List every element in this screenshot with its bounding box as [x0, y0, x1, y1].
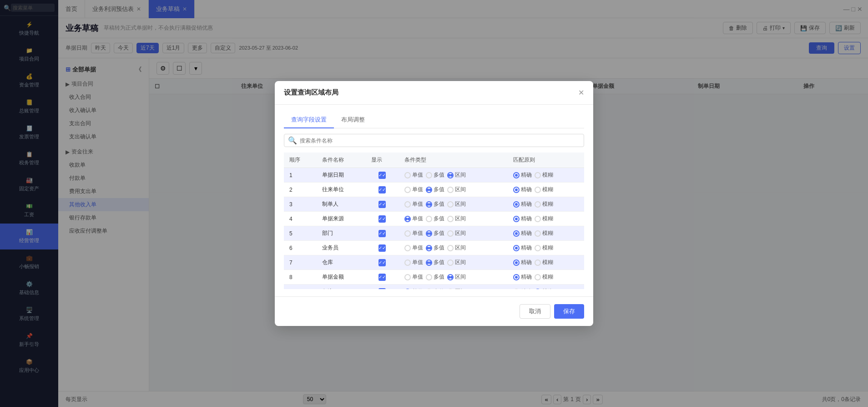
radio-fuzzy[interactable]: 模糊	[535, 171, 553, 179]
cell-show: ✓	[366, 241, 399, 255]
radio-multi[interactable]: 多值	[426, 259, 444, 266]
radio-multi[interactable]: 多值	[426, 273, 444, 281]
radio-single[interactable]: 单值	[404, 244, 423, 252]
radio-fuzzy[interactable]: 模糊	[535, 273, 553, 281]
cancel-button[interactable]: 取消	[520, 304, 550, 319]
table-row: 4单据来源✓ 单值 多值 区间	[284, 212, 584, 226]
table-row: 1单据日期✓ 单值 多值 区间	[284, 168, 584, 183]
radio-exact[interactable]: 精确	[513, 244, 532, 252]
cell-match: 精确 模糊	[508, 212, 584, 226]
table-row: 2往来单位✓ 单值 多值 区间	[284, 183, 584, 197]
radio-multi[interactable]: 多值	[426, 186, 444, 193]
cell-show: ✓	[366, 197, 399, 212]
radio-single[interactable]: 单值	[404, 171, 423, 179]
radio-exact[interactable]: 精确	[513, 171, 532, 179]
cell-show: ✓	[366, 270, 399, 285]
radio-range[interactable]: 区间	[447, 171, 466, 179]
settings-table-wrapper: 顺序 条件名称 显示 条件类型 匹配原则 1单据日期✓ 单值	[284, 153, 584, 289]
radio-fuzzy[interactable]: 模糊	[535, 186, 553, 193]
radio-multi[interactable]: 多值	[426, 200, 444, 208]
show-checkbox[interactable]: ✓	[378, 259, 386, 266]
radio-fuzzy[interactable]: 模糊	[535, 259, 553, 266]
cell-match: 精确 模糊	[508, 168, 584, 183]
radio-range[interactable]: 区间	[447, 288, 466, 289]
modal-header: 设置查询区域布局 ✕	[275, 81, 593, 105]
radio-multi[interactable]: 多值	[426, 229, 444, 237]
radio-range[interactable]: 区间	[447, 215, 466, 223]
table-row: 7仓库✓ 单值 多值 区间	[284, 255, 584, 270]
show-checkbox[interactable]: ✓	[378, 244, 386, 252]
radio-single[interactable]: 单值	[404, 215, 423, 223]
cell-match: 精确 模糊	[508, 270, 584, 285]
radio-range[interactable]: 区间	[447, 273, 466, 281]
radio-exact[interactable]: 精确	[513, 215, 532, 223]
cell-name: 仓库	[317, 255, 366, 270]
modal-search-icon: 🔍	[288, 136, 297, 145]
show-checkbox[interactable]: ✓	[378, 288, 386, 290]
radio-fuzzy[interactable]: 模糊	[535, 229, 553, 237]
show-checkbox[interactable]: ✓	[378, 172, 386, 179]
cell-name: 部门	[317, 226, 366, 241]
cell-order: 8	[284, 270, 317, 285]
cell-match: 精确 模糊	[508, 183, 584, 197]
th-name: 条件名称	[317, 153, 366, 168]
radio-multi[interactable]: 多值	[426, 215, 444, 223]
cell-order: 3	[284, 197, 317, 212]
radio-range[interactable]: 区间	[447, 259, 466, 266]
radio-multi[interactable]: 多值	[426, 171, 444, 179]
radio-range[interactable]: 区间	[447, 244, 466, 252]
modal-search-input[interactable]	[300, 137, 580, 144]
tab-layout-adjust[interactable]: 布局调整	[334, 112, 372, 128]
radio-range[interactable]: 区间	[447, 186, 466, 193]
cell-condition-type: 单值 多值 区间	[399, 285, 508, 290]
cell-order: 9	[284, 285, 317, 290]
radio-multi[interactable]: 多值	[426, 244, 444, 252]
show-checkbox[interactable]: ✓	[378, 274, 386, 281]
cell-show: ✓	[366, 226, 399, 241]
radio-exact[interactable]: 精确	[513, 200, 532, 208]
tab-query-fields[interactable]: 查询字段设置	[284, 112, 334, 128]
radio-single[interactable]: 单值	[404, 229, 423, 237]
th-match: 匹配原则	[508, 153, 584, 168]
modal-overlay[interactable]: 设置查询区域布局 ✕ 查询字段设置 布局调整 🔍 顺序 条件名称	[0, 0, 868, 407]
show-checkbox[interactable]: ✓	[378, 201, 386, 208]
radio-single[interactable]: 单值	[404, 288, 423, 289]
show-checkbox[interactable]: ✓	[378, 186, 386, 193]
modal-save-button[interactable]: 保存	[554, 304, 584, 319]
radio-exact[interactable]: 精确	[513, 186, 532, 193]
cell-order: 7	[284, 255, 317, 270]
cell-match: 精确 模糊	[508, 241, 584, 255]
th-condition-type: 条件类型	[399, 153, 508, 168]
cell-order: 4	[284, 212, 317, 226]
settings-table: 顺序 条件名称 显示 条件类型 匹配原则 1单据日期✓ 单值	[284, 153, 584, 289]
radio-single[interactable]: 单值	[404, 273, 423, 281]
radio-fuzzy[interactable]: 模糊	[535, 244, 553, 252]
cell-show: ✓	[366, 255, 399, 270]
show-checkbox[interactable]: ✓	[378, 215, 386, 223]
radio-fuzzy[interactable]: 模糊	[535, 288, 553, 289]
cell-name: 制单人	[317, 197, 366, 212]
radio-exact[interactable]: 精确	[513, 229, 532, 237]
cell-name: 单据日期	[317, 168, 366, 183]
radio-fuzzy[interactable]: 模糊	[535, 215, 553, 223]
radio-single[interactable]: 单值	[404, 186, 423, 193]
modal-search-box: 🔍	[284, 134, 584, 147]
radio-exact[interactable]: 精确	[513, 273, 532, 281]
cell-condition-type: 单值 多值 区间	[399, 197, 508, 212]
cell-order: 1	[284, 168, 317, 183]
cell-condition-type: 单值 多值 区间	[399, 212, 508, 226]
modal-footer: 取消 保存	[275, 296, 593, 326]
radio-single[interactable]: 单值	[404, 259, 423, 266]
radio-fuzzy[interactable]: 模糊	[535, 200, 553, 208]
radio-range[interactable]: 区间	[447, 229, 466, 237]
radio-multi[interactable]: 多值	[426, 288, 444, 289]
radio-exact[interactable]: 精确	[513, 288, 532, 289]
cell-name: 备注	[317, 285, 366, 290]
radio-exact[interactable]: 精确	[513, 259, 532, 266]
cell-show: ✓	[366, 212, 399, 226]
modal-close-button[interactable]: ✕	[578, 88, 584, 97]
radio-single[interactable]: 单值	[404, 200, 423, 208]
show-checkbox[interactable]: ✓	[378, 230, 386, 237]
radio-range[interactable]: 区间	[447, 200, 466, 208]
cell-match: 精确 模糊	[508, 285, 584, 290]
